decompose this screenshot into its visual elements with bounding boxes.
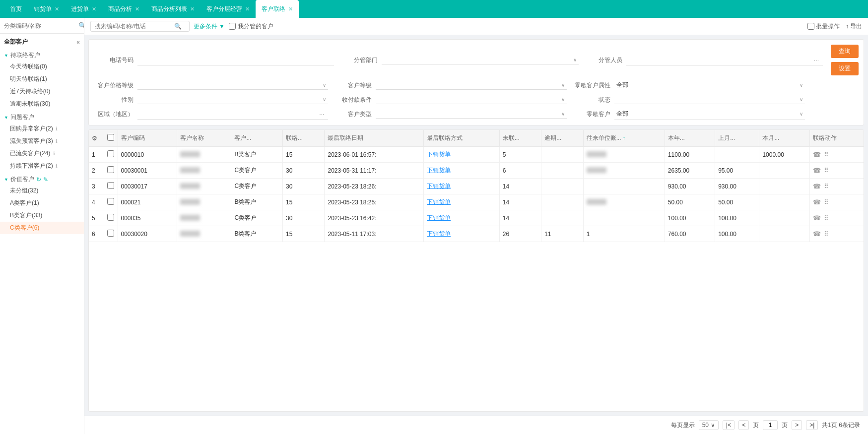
tab-sales-order[interactable]: 销货单 ✕: [28, 0, 65, 18]
collapse-icon[interactable]: «: [76, 39, 80, 46]
customer-level-select[interactable]: ∨: [376, 81, 566, 90]
status-select[interactable]: ∨: [614, 95, 805, 104]
my-customers-check[interactable]: [229, 23, 236, 30]
sidebar-search-input[interactable]: [4, 22, 78, 29]
refresh-icon[interactable]: ↻: [36, 176, 41, 183]
last-method-link[interactable]: 下销货单: [427, 151, 451, 158]
row-checkbox[interactable]: [107, 230, 114, 237]
sidebar-item-abnormal-repurchase[interactable]: 回购异常客户(2) ℹ: [0, 123, 84, 135]
setting-button[interactable]: 设置: [831, 62, 859, 75]
close-icon[interactable]: ✕: [245, 6, 250, 12]
tab-customer-layered[interactable]: 客户分层经营 ✕: [200, 0, 256, 18]
sidebar-item-today-contact[interactable]: 今天待联络(0): [0, 61, 84, 73]
more-action-icon[interactable]: ⠿: [824, 198, 829, 206]
select-all-checkbox[interactable]: [107, 134, 114, 141]
retail-attr-select[interactable]: 全部 ∨: [614, 79, 805, 91]
ellipsis-icon[interactable]: ···: [812, 57, 821, 63]
more-action-icon[interactable]: ⠿: [824, 230, 829, 238]
tab-product-analysis[interactable]: 商品分析 ✕: [102, 0, 145, 18]
more-action-icon[interactable]: ⠿: [824, 167, 829, 174]
row-last-method[interactable]: 下销货单: [424, 210, 500, 226]
contact-icon[interactable]: ☎: [813, 167, 821, 174]
manager-select[interactable]: ···: [626, 55, 823, 65]
more-action-icon[interactable]: ⠿: [824, 214, 829, 222]
row-check[interactable]: [104, 179, 118, 194]
close-icon[interactable]: ✕: [288, 6, 293, 12]
query-button[interactable]: 查询: [831, 45, 859, 58]
gender-select[interactable]: ∨: [137, 95, 328, 104]
row-last-method[interactable]: 下销货单: [424, 147, 500, 163]
sidebar-item-class-a[interactable]: A类客户(1): [0, 197, 84, 209]
last-method-link[interactable]: 下销货单: [427, 198, 451, 205]
more-action-icon[interactable]: ⠿: [824, 151, 829, 158]
more-action-icon[interactable]: ⠿: [824, 183, 829, 190]
group-value-customers[interactable]: 价值客户 ↻ ✎: [0, 172, 84, 185]
first-page-button[interactable]: |<: [723, 420, 734, 430]
sidebar-item-7days-contact[interactable]: 近7天待联络(0): [0, 85, 84, 98]
prev-page-button[interactable]: <: [738, 420, 749, 430]
col-gear[interactable]: ⚙: [89, 130, 104, 147]
edit-icon[interactable]: ✎: [43, 176, 48, 183]
tab-product-analysis-list[interactable]: 商品分析列表 ✕: [145, 0, 200, 18]
row-check[interactable]: [104, 210, 118, 226]
close-icon[interactable]: ✕: [135, 6, 139, 12]
customer-type-select[interactable]: ∨: [376, 110, 566, 119]
row-last-method[interactable]: 下销货单: [424, 163, 500, 179]
last-method-link[interactable]: 下销货单: [427, 167, 451, 174]
tab-customer-contact[interactable]: 客户联络 ✕: [256, 0, 299, 18]
batch-operation-button[interactable]: 批量操作: [807, 22, 840, 31]
row-checkbox[interactable]: [107, 198, 114, 205]
row-last-method[interactable]: 下销货单: [424, 194, 500, 210]
row-last-method[interactable]: 下销货单: [424, 226, 500, 242]
payment-select[interactable]: ∨: [376, 95, 566, 104]
row-checkbox[interactable]: [107, 214, 114, 221]
search-button[interactable]: 🔍: [174, 23, 182, 30]
next-page-button[interactable]: >: [792, 420, 802, 430]
close-icon[interactable]: ✕: [55, 6, 59, 12]
page-size-select[interactable]: 50 ∨: [699, 420, 719, 430]
contact-icon[interactable]: ☎: [813, 230, 821, 238]
row-checkbox[interactable]: [107, 150, 114, 157]
last-page-button[interactable]: >|: [806, 420, 818, 430]
sidebar-item-overdue-contact[interactable]: 逾期未联络(30): [0, 98, 84, 110]
sidebar-item-churn-warning[interactable]: 流失预警客户(3) ℹ: [0, 135, 84, 147]
batch-op-check[interactable]: [807, 23, 814, 30]
row-last-method[interactable]: 下销货单: [424, 179, 500, 194]
row-check[interactable]: [104, 163, 118, 179]
dept-select[interactable]: ∨: [382, 56, 578, 64]
tab-home[interactable]: 首页: [4, 0, 28, 18]
contact-icon[interactable]: ☎: [813, 214, 821, 222]
phone-input[interactable]: [137, 55, 334, 65]
export-button[interactable]: ↑ 导出: [846, 22, 862, 31]
sidebar-item-tomorrow-contact[interactable]: 明天待联络(1): [0, 73, 84, 85]
contact-icon[interactable]: ☎: [813, 183, 821, 190]
row-checkbox[interactable]: [107, 182, 114, 189]
group-problem-customers[interactable]: 问题客户: [0, 110, 84, 123]
row-check[interactable]: [104, 147, 118, 163]
page-input[interactable]: [763, 420, 778, 430]
last-method-link[interactable]: 下销货单: [427, 230, 451, 237]
close-icon[interactable]: ✕: [190, 6, 195, 12]
row-check[interactable]: [104, 226, 118, 242]
sidebar-item-churned[interactable]: 已流失客户(24) ℹ: [0, 147, 84, 160]
sidebar-item-ungrouped[interactable]: 未分组(32): [0, 185, 84, 197]
last-method-link[interactable]: 下销货单: [427, 214, 451, 221]
row-check[interactable]: [104, 194, 118, 210]
contact-icon[interactable]: ☎: [813, 198, 821, 206]
sidebar-item-class-b[interactable]: B类客户(33): [0, 209, 84, 222]
ellipsis-icon[interactable]: ···: [317, 111, 326, 118]
region-select[interactable]: ···: [137, 109, 328, 120]
search-input[interactable]: [95, 23, 174, 30]
sidebar-item-class-c[interactable]: C类客户(6): [0, 222, 84, 234]
group-pending-contact[interactable]: 待联络客户: [0, 48, 84, 61]
contact-icon[interactable]: ☎: [813, 151, 821, 158]
sidebar-item-declining[interactable]: 持续下滑客户(2) ℹ: [0, 160, 84, 172]
more-conditions-button[interactable]: 更多条件 ▼: [194, 22, 225, 31]
retail-customer-select[interactable]: 全部 ∨: [614, 108, 805, 120]
search-icon[interactable]: 🔍: [78, 22, 84, 29]
close-icon[interactable]: ✕: [92, 6, 96, 12]
tab-purchase-order[interactable]: 进货单 ✕: [65, 0, 102, 18]
customer-value-select[interactable]: ∨: [137, 81, 328, 90]
last-method-link[interactable]: 下销货单: [427, 183, 451, 189]
my-customers-checkbox[interactable]: 我分管的客户: [229, 22, 273, 31]
